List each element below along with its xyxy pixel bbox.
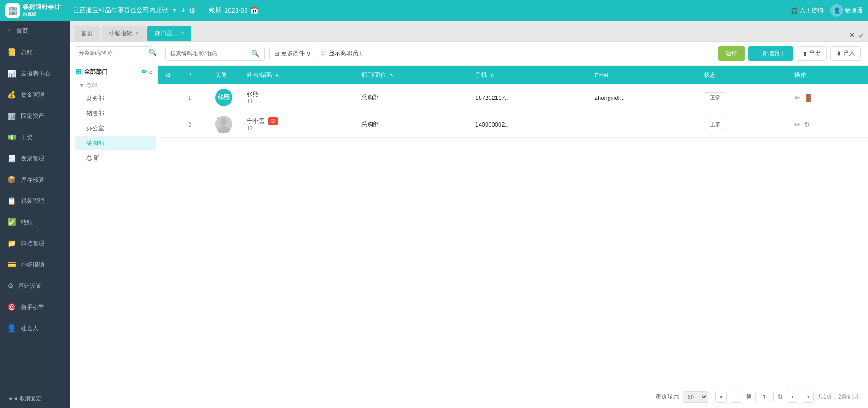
filter-btn[interactable]: ⊟ 更多条件 ∨ [269, 47, 316, 60]
row-1-name: 张熙 11 [240, 84, 354, 111]
first-page-btn[interactable]: « [715, 391, 727, 403]
edit-icon-1[interactable]: ✏ [794, 94, 800, 102]
action-icons-2: ✏ ↻ [794, 120, 861, 129]
tab-dept-close[interactable]: × [181, 30, 184, 37]
company-dropdown-icon[interactable]: ▼ [172, 7, 177, 14]
dept-item-sales[interactable]: 销售部 [75, 106, 156, 121]
grid-icon: ⊞ [75, 67, 81, 76]
sidebar-item-xiaochang[interactable]: 💳 小畅报销 [0, 254, 70, 275]
import-button[interactable]: ⬇ 导入 [830, 46, 861, 61]
assets-icon: 🏢 [7, 112, 16, 120]
dept-item-office[interactable]: 办公室 [75, 121, 156, 136]
page-size-select[interactable]: 50 10 20 100 [683, 391, 708, 403]
dept-item-general[interactable]: 总 部 [75, 151, 156, 165]
refresh-icon-2[interactable]: ↻ [804, 120, 810, 129]
sidebar-item-funds[interactable]: 💰 资金管理 [0, 84, 70, 105]
th-phone[interactable]: 手机 ⇅ [468, 66, 587, 84]
show-resigned-check[interactable]: ☑ 显示离职员工 [321, 49, 364, 58]
tab-expand-btn[interactable]: ⤢ [859, 31, 864, 39]
next-btn-label: › [792, 394, 793, 400]
row-2-name: 宁小雪 应 12 [240, 111, 354, 138]
more-icon: 👤 [7, 324, 16, 333]
sidebar-item-checkout[interactable]: ✅ 结账 [0, 211, 70, 233]
emp-name-zhangxi: 张熙 [247, 90, 347, 98]
add-employee-button[interactable]: + 新增员工 [748, 46, 793, 61]
tab-xiaochang[interactable]: 小畅报销 × [102, 26, 146, 41]
emp-search-input[interactable] [170, 50, 248, 56]
sidebar-item-reports[interactable]: 📊 云报表中心 [0, 63, 70, 84]
invite-button[interactable]: 邀请 [718, 46, 745, 61]
user-button[interactable]: 👤 畅捷通 [830, 4, 863, 17]
headset-icon: 🎧 [791, 7, 798, 14]
period-value[interactable]: 2023-03 [224, 7, 247, 14]
sidebar-item-settings[interactable]: ⚙ 基础设置 [0, 275, 70, 296]
sidebar-item-more[interactable]: 👤 社会人 [0, 318, 70, 339]
dept-office-label: 办公室 [86, 125, 104, 131]
th-name-code[interactable]: 姓名/编码 ⇅ [240, 66, 354, 84]
support-button[interactable]: 🎧 人工咨询 [791, 6, 823, 14]
add-company-btn[interactable]: + [181, 6, 186, 15]
collapse-arrow-icon[interactable]: ▼ [79, 82, 85, 89]
logo-main-text: 畅捷通好会计 [23, 3, 61, 11]
page-label: 页 [777, 393, 783, 401]
employee-area: 🔍 ⊟ 更多条件 ∨ ☑ 显示离职员工 邀请 [158, 42, 868, 408]
dept-collapse-btn[interactable]: « [149, 68, 152, 75]
sidebar-label-inventory: 库存核算 [21, 176, 44, 184]
edit-icon-2[interactable]: ✏ [794, 120, 800, 129]
dept-item-finance[interactable]: 财务部 [75, 91, 156, 106]
toolbar-right: 邀请 + 新增员工 ⬆ 导出 ⬇ 导入 [718, 46, 861, 61]
sidebar-label-payroll: 工资 [21, 133, 33, 141]
archive-icon: 📁 [7, 239, 16, 248]
dept-search-icon[interactable]: 🔍 [148, 48, 157, 57]
company-name[interactable]: 江西服宝精品有限责任公司内账张 ▼ + ⚙ [73, 6, 195, 15]
sidebar-item-assets[interactable]: 🏢 固定资产 [0, 105, 70, 127]
dept-search-box[interactable]: 🔍 [75, 46, 153, 59]
ledger-icon: 📒 [7, 48, 16, 56]
dept-action-icons: ✏ « [142, 68, 152, 75]
pending-badge-ning: 应 [268, 117, 278, 125]
emp-table: ⚙ # 头像 姓名/编码 ⇅ 部门/职位 ⇅ [158, 66, 868, 385]
tab-home[interactable]: 首页 [74, 26, 100, 41]
export-button[interactable]: ⬆ 导出 [797, 46, 827, 61]
sidebar-item-home[interactable]: ⌂ 首页 [0, 21, 70, 42]
unpin-btn[interactable]: ◄◄ 取消固定 [0, 389, 70, 408]
emp-search-icon[interactable]: 🔍 [251, 49, 260, 58]
sidebar-label-ledger: 总账 [21, 48, 33, 56]
sidebar-item-archive[interactable]: 📁 归档管理 [0, 233, 70, 254]
next-page-btn[interactable]: › [787, 391, 798, 403]
th-settings[interactable]: ⚙ [158, 66, 181, 84]
logo-icon: 🏢 [5, 3, 20, 18]
sidebar-item-inventory[interactable]: 📦 库存核算 [0, 169, 70, 190]
sidebar-item-guide[interactable]: 🎯 新手引导 [0, 296, 70, 318]
xiaochang-icon: 💳 [7, 260, 16, 269]
tab-bar-actions: ✕ ⤢ [849, 31, 864, 41]
tab-xiaochang-label: 小畅报销 [109, 29, 132, 38]
dept-search-input[interactable] [79, 50, 146, 56]
top-bar: 🏢 畅捷通好会计 旗舰版 江西服宝精品有限责任公司内账张 ▼ + ⚙ 账期 20… [0, 0, 868, 21]
sidebar-item-tax[interactable]: 📋 税务管理 [0, 190, 70, 211]
add-label: + 新增员工 [757, 49, 786, 57]
th-dept[interactable]: 部门/职位 ⇅ [354, 66, 468, 84]
sidebar-item-payroll[interactable]: 💵 工资 [0, 127, 70, 148]
dept-item-purchase[interactable]: 采购部 [75, 136, 156, 150]
logo-text: 畅捷通好会计 旗舰版 [23, 3, 61, 18]
sidebar-label-funds: 资金管理 [21, 91, 44, 99]
sidebar-item-ledger[interactable]: 📒 总账 [0, 42, 70, 63]
tab-dept[interactable]: 部门员工 × [147, 26, 191, 41]
page-number-input[interactable] [755, 392, 774, 402]
tab-close-window-btn[interactable]: ✕ [849, 31, 855, 39]
last-page-btn[interactable]: » [802, 391, 814, 403]
home-icon: ⌂ [7, 27, 12, 35]
checkbox-icon[interactable]: ☑ [321, 49, 327, 58]
sidebar-item-invoice[interactable]: 🧾 发票管理 [0, 148, 70, 169]
dept-all[interactable]: ⊞ 全部部门 ✏ « [70, 64, 158, 80]
dept-edit-icon[interactable]: ✏ [142, 68, 147, 75]
prev-page-btn[interactable]: ‹ [731, 391, 742, 403]
emp-search-box[interactable]: 🔍 [165, 47, 265, 61]
calendar-icon[interactable]: 📅 [250, 7, 258, 14]
delete-icon-1[interactable]: 🚪 [804, 94, 813, 102]
sidebar-label-xiaochang: 小畅报销 [21, 261, 44, 269]
support-label: 人工咨询 [800, 6, 823, 14]
settings-icon[interactable]: ⚙ [189, 6, 195, 15]
tab-xiaochang-close[interactable]: × [135, 30, 138, 37]
